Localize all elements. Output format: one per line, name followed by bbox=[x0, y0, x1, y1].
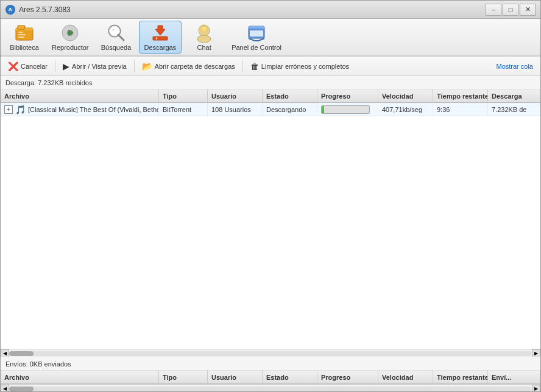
abrir-carpeta-icon: 📂 bbox=[142, 61, 152, 71]
panel-label: Panel de Control bbox=[232, 44, 281, 51]
scrollbar-thumb[interactable] bbox=[9, 351, 34, 356]
cell-progreso bbox=[317, 103, 378, 116]
abrir-carpeta-button[interactable]: 📂 Abrir carpeta de descargas bbox=[137, 59, 240, 74]
cancelar-icon: ❌ bbox=[8, 61, 18, 71]
descargas-label: Descargas bbox=[144, 44, 177, 51]
separator-3 bbox=[242, 60, 243, 72]
svg-rect-2 bbox=[18, 26, 25, 29]
busqueda-label: Búsqueda bbox=[101, 44, 132, 51]
panel-icon bbox=[247, 23, 266, 43]
toolbar-chat[interactable]: Chat bbox=[183, 21, 225, 54]
svg-rect-25 bbox=[250, 30, 263, 37]
archivo-value: [Classical Music] The Best Of (Vivaldi, … bbox=[28, 106, 159, 113]
abrir-vista-label: Abrir / Vista previa bbox=[72, 63, 127, 70]
cell-descarga: 7.232KB de bbox=[488, 103, 540, 116]
uploads-status-text: Envíos: 0KB enviados bbox=[5, 360, 71, 368]
abrir-vista-button[interactable]: ▶ Abrir / Vista previa bbox=[58, 59, 132, 74]
svg-line-26 bbox=[249, 38, 255, 41]
uploads-table-header: Archivo Tipo Usuario Estado Progreso Vel… bbox=[1, 371, 540, 384]
biblioteca-label: Biblioteca bbox=[10, 44, 39, 51]
svg-point-13 bbox=[111, 27, 118, 35]
downloads-section: Descarga: 7.232KB recibidos Archivo Tipo… bbox=[1, 76, 540, 357]
app-title: Ares 2.5.7.3083 bbox=[19, 5, 486, 14]
uploads-col-header-progreso[interactable]: Progreso bbox=[317, 371, 378, 383]
col-header-tipo[interactable]: Tipo bbox=[159, 89, 208, 102]
uploads-col-header-usuario[interactable]: Usuario bbox=[208, 371, 263, 383]
downloads-table: Archivo Tipo Usuario Estado Progreso Vel… bbox=[1, 89, 540, 349]
uploads-table: Archivo Tipo Usuario Estado Progreso Vel… bbox=[1, 371, 540, 384]
biblioteca-icon bbox=[15, 23, 34, 43]
toolbar-reproductor[interactable]: Reproductor bbox=[47, 21, 94, 54]
separator-2 bbox=[134, 60, 135, 72]
progress-fill bbox=[322, 106, 324, 113]
app-icon: A bbox=[5, 5, 15, 15]
scroll-right-arrow[interactable]: ▶ bbox=[532, 349, 540, 358]
busqueda-icon bbox=[107, 23, 126, 43]
window-controls: − □ ✕ bbox=[486, 4, 536, 16]
downloads-status-text: Descarga: 7.232KB recibidos bbox=[5, 79, 92, 86]
close-button[interactable]: ✕ bbox=[520, 4, 536, 16]
limpiar-label: Limpiar erróneos y completos bbox=[261, 63, 349, 70]
uploads-col-header-archivo[interactable]: Archivo bbox=[1, 371, 159, 383]
reproductor-icon bbox=[60, 23, 80, 43]
title-bar: A Ares 2.5.7.3083 − □ ✕ bbox=[1, 1, 540, 19]
toolbar-busqueda[interactable]: Búsqueda bbox=[95, 21, 138, 54]
scrollbar-track[interactable] bbox=[9, 351, 532, 356]
svg-line-12 bbox=[118, 35, 124, 40]
svg-rect-5 bbox=[18, 37, 24, 38]
reproductor-label: Reproductor bbox=[52, 44, 89, 51]
uploads-scroll-right[interactable]: ▶ bbox=[532, 385, 540, 393]
abrir-carpeta-label: Abrir carpeta de descargas bbox=[155, 63, 235, 70]
minimize-button[interactable]: − bbox=[486, 4, 501, 16]
toolbar-panel[interactable]: Panel de Control bbox=[227, 21, 286, 54]
toolbar-descargas[interactable]: ⬇ Descargas bbox=[139, 21, 182, 54]
cell-tiempo: 9:36 bbox=[433, 103, 488, 116]
col-header-usuario[interactable]: Usuario bbox=[208, 89, 263, 102]
svg-rect-3 bbox=[18, 32, 23, 33]
col-header-archivo[interactable]: Archivo bbox=[1, 89, 159, 102]
cancelar-button[interactable]: ❌ Cancelar bbox=[3, 59, 52, 74]
downloads-scrollbar[interactable]: ◀ ▶ bbox=[1, 349, 540, 357]
cell-archivo: + 🎵 [Classical Music] The Best Of (Vival… bbox=[1, 103, 159, 116]
col-header-tiempo[interactable]: Tiempo restante bbox=[433, 89, 488, 102]
downloads-status-bar: Descarga: 7.232KB recibidos bbox=[1, 76, 540, 89]
col-header-velocidad[interactable]: Velocidad bbox=[378, 89, 433, 102]
col-header-estado[interactable]: Estado bbox=[263, 89, 317, 102]
descargas-icon: ⬇ bbox=[150, 23, 170, 43]
limpiar-button[interactable]: 🗑 Limpiar erróneos y completos bbox=[246, 59, 354, 74]
svg-text:⬇: ⬇ bbox=[155, 37, 158, 40]
cancelar-label: Cancelar bbox=[21, 63, 48, 70]
downloads-table-header: Archivo Tipo Usuario Estado Progreso Vel… bbox=[1, 89, 540, 103]
svg-line-27 bbox=[258, 38, 264, 41]
uploads-scroll-left[interactable]: ◀ bbox=[1, 385, 9, 393]
col-header-progreso[interactable]: Progreso bbox=[317, 89, 378, 102]
uploads-scrollbar-thumb[interactable] bbox=[9, 387, 34, 391]
main-toolbar: Biblioteca Reproductor Búsqueda bbox=[1, 19, 540, 57]
scroll-left-arrow[interactable]: ◀ bbox=[1, 349, 9, 358]
uploads-col-header-tipo[interactable]: Tipo bbox=[159, 371, 208, 383]
uploads-scrollbar[interactable]: ◀ ▶ bbox=[1, 384, 540, 392]
mostrar-cola-link[interactable]: Mostrar cola bbox=[491, 61, 538, 72]
cell-estado: Descargando bbox=[263, 103, 317, 116]
expand-icon[interactable]: + bbox=[4, 105, 13, 114]
svg-point-22 bbox=[202, 27, 206, 29]
file-type-icon: 🎵 bbox=[15, 105, 26, 114]
limpiar-icon: 🗑 bbox=[250, 61, 259, 71]
table-row[interactable]: + 🎵 [Classical Music] The Best Of (Vival… bbox=[1, 103, 540, 116]
maximize-button[interactable]: □ bbox=[503, 4, 518, 16]
actions-bar: ❌ Cancelar ▶ Abrir / Vista previa 📂 Abri… bbox=[1, 57, 540, 76]
uploads-status-bar: Envíos: 0KB enviados bbox=[1, 357, 540, 371]
col-header-descarga[interactable]: Descarga bbox=[488, 89, 540, 102]
uploads-col-header-velocidad[interactable]: Velocidad bbox=[378, 371, 433, 383]
svg-rect-4 bbox=[18, 34, 26, 35]
svg-marker-16 bbox=[155, 26, 165, 35]
abrir-vista-icon: ▶ bbox=[63, 61, 69, 71]
uploads-scrollbar-track[interactable] bbox=[9, 387, 532, 391]
progress-bar bbox=[321, 105, 370, 114]
uploads-col-header-envi[interactable]: Enví... bbox=[488, 371, 540, 383]
uploads-col-header-estado[interactable]: Estado bbox=[263, 371, 317, 383]
uploads-col-header-tiempo[interactable]: Tiempo restante bbox=[433, 371, 488, 383]
cell-velocidad: 407,71kb/seg bbox=[378, 103, 433, 116]
toolbar-biblioteca[interactable]: Biblioteca bbox=[3, 21, 46, 54]
main-area: Descarga: 7.232KB recibidos Archivo Tipo… bbox=[1, 76, 540, 392]
